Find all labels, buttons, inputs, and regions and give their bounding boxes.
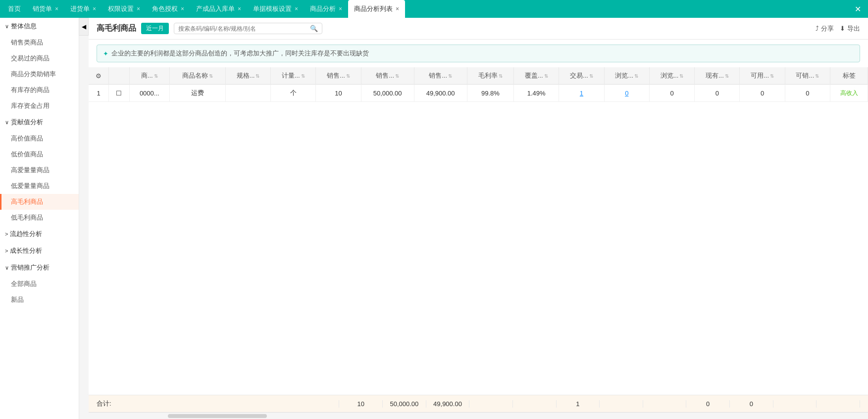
row-coverage: 1.49% bbox=[514, 85, 559, 102]
tab-purchase[interactable]: 进货单× bbox=[64, 0, 102, 18]
share-icon: ⤴ bbox=[816, 25, 819, 32]
tab-doc-template[interactable]: 单据模板设置× bbox=[247, 0, 304, 18]
summary-cell-0 bbox=[121, 400, 340, 408]
col-margin_rate[interactable]: 毛利率⇅ bbox=[467, 67, 513, 85]
sidebar-item-high-margin-goods[interactable]: 高毛利商品 bbox=[0, 194, 79, 210]
sidebar-item-high-freq-goods[interactable]: 高爱量量商品 bbox=[0, 162, 79, 178]
col-saleable[interactable]: 可销...⇅ bbox=[785, 67, 830, 85]
row-transaction: 1 bbox=[559, 85, 604, 102]
sidebar-group-value-analysis[interactable]: ∨贡献值分析 bbox=[0, 114, 79, 131]
tab-product-warehouse[interactable]: 产成品入库单× bbox=[190, 0, 247, 18]
tab-close-product-warehouse[interactable]: × bbox=[238, 6, 241, 12]
col-browse2[interactable]: 浏览...⇅ bbox=[649, 67, 694, 85]
col-sales_qty[interactable]: 销售...⇅ bbox=[316, 67, 361, 85]
row-sales-qty: 10 bbox=[316, 85, 361, 102]
summary-cell-7 bbox=[600, 400, 643, 408]
chevron-icon: ∨ bbox=[5, 23, 9, 30]
sort-icon: ⇅ bbox=[448, 73, 452, 79]
tab-home[interactable]: 首页 bbox=[2, 0, 27, 18]
sort-icon: ⇅ bbox=[679, 73, 683, 79]
row-margin-rate: 99.8% bbox=[467, 85, 513, 102]
sort-icon: ⇅ bbox=[301, 73, 305, 79]
row-current-stock: 0 bbox=[695, 85, 740, 102]
group-label: 成长性分析 bbox=[10, 246, 42, 255]
summary-cells: 1050,000.0049,900.00100 bbox=[121, 400, 860, 408]
search-input[interactable] bbox=[178, 25, 310, 32]
tab-sales[interactable]: 销货单× bbox=[27, 0, 64, 18]
sidebar-item-in-stock-goods[interactable]: 有库存的商品 bbox=[0, 82, 79, 98]
col-browse1[interactable]: 浏览...⇅ bbox=[604, 67, 649, 85]
row-checkbox[interactable]: ☐ bbox=[109, 85, 129, 102]
share-button[interactable]: ⤴ 分享 bbox=[816, 24, 834, 33]
summary-cell-5 bbox=[513, 400, 557, 408]
sidebar-group-overall-info[interactable]: ∨整体信息 bbox=[0, 18, 79, 35]
tab-close-product-analysis[interactable]: × bbox=[339, 6, 342, 12]
sidebar: ∨整体信息销售类商品交易过的商品商品分类助销率有库存的商品库存资金占用∨贡献值分… bbox=[0, 18, 79, 419]
export-icon: ⬇ bbox=[840, 25, 845, 32]
tab-close-role-permission[interactable]: × bbox=[181, 6, 184, 12]
row-transaction-link[interactable]: 1 bbox=[580, 90, 583, 97]
sidebar-item-all-goods[interactable]: 全部商品 bbox=[0, 276, 79, 292]
info-icon: ✦ bbox=[103, 50, 108, 57]
sort-icon: ⇅ bbox=[395, 73, 399, 79]
tab-bar: 首页销货单×进货单×权限设置×角色授权×产成品入库单×单据模板设置×商品分析×商… bbox=[0, 0, 868, 18]
sort-icon: ⇅ bbox=[499, 73, 503, 79]
col-checkbox bbox=[109, 67, 129, 85]
sidebar-item-sales-goods[interactable]: 销售类商品 bbox=[0, 35, 79, 50]
col-unit[interactable]: 计量...⇅ bbox=[271, 67, 316, 85]
sidebar-group-trend-analysis[interactable]: >流趋性分析 bbox=[0, 226, 79, 242]
search-icon[interactable]: 🔍 bbox=[310, 25, 318, 32]
content-area: 高毛利商品 近一月 🔍 ⤴ 分享 ⬇ 导出 ✦ 企业的主要的利润都是这部分商品创… bbox=[89, 18, 868, 419]
sidebar-item-traded-goods[interactable]: 交易过的商品 bbox=[0, 50, 79, 66]
group-label: 营销推广分析 bbox=[11, 263, 50, 272]
scrollbar-thumb[interactable] bbox=[168, 414, 267, 418]
chevron-left-icon: ◀ bbox=[82, 23, 86, 30]
summary-cell-3: 49,900.00 bbox=[426, 400, 470, 408]
window-close-button[interactable]: ✕ bbox=[850, 4, 866, 14]
col-name[interactable]: 商品名称⇅ bbox=[169, 67, 225, 85]
tab-role-permission[interactable]: 角色授权× bbox=[146, 0, 190, 18]
sidebar-item-low-margin-goods[interactable]: 低毛利商品 bbox=[0, 210, 79, 226]
summary-cell-1: 10 bbox=[339, 400, 383, 408]
col-transaction[interactable]: 交易...⇅ bbox=[559, 67, 604, 85]
sort-icon: ⇅ bbox=[725, 73, 729, 79]
col-code[interactable]: 商...⇅ bbox=[129, 67, 169, 85]
summary-cell-6: 1 bbox=[557, 400, 600, 408]
row-browse1-link[interactable]: 0 bbox=[625, 90, 628, 97]
main-layout: ∨整体信息销售类商品交易过的商品商品分类助销率有库存的商品库存资金占用∨贡献值分… bbox=[0, 18, 868, 419]
tab-product-analysis-list[interactable]: 商品分析列表× bbox=[348, 0, 405, 18]
data-table-wrapper: ⚙商...⇅商品名称⇅规格...⇅计量...⇅销售...⇅销售...⇅销售...… bbox=[89, 67, 868, 395]
table-row: 1☐0000...运费个1050,000.0049,900.0099.8%1.4… bbox=[89, 85, 868, 102]
tab-close-purchase[interactable]: × bbox=[93, 6, 96, 12]
col-sales_amount[interactable]: 销售...⇅ bbox=[361, 67, 414, 85]
tab-product-analysis[interactable]: 商品分析× bbox=[304, 0, 348, 18]
filter-period-button[interactable]: 近一月 bbox=[141, 23, 169, 34]
col-available[interactable]: 可用...⇅ bbox=[740, 67, 785, 85]
tab-permission-settings[interactable]: 权限设置× bbox=[102, 0, 146, 18]
sidebar-collapse-button[interactable]: ◀ bbox=[79, 18, 89, 36]
sidebar-item-inventory-capital[interactable]: 库存资金占用 bbox=[0, 98, 79, 114]
sort-icon: ⇅ bbox=[589, 73, 593, 79]
tab-close-doc-template[interactable]: × bbox=[295, 6, 298, 12]
group-label: 流趋性分析 bbox=[10, 230, 42, 238]
tab-close-sales[interactable]: × bbox=[55, 6, 58, 12]
row-browse1: 0 bbox=[604, 85, 649, 102]
tab-close-product-analysis-list[interactable]: × bbox=[396, 6, 399, 12]
sidebar-item-new-goods[interactable]: 新品 bbox=[0, 292, 79, 308]
col-coverage[interactable]: 覆盖...⇅ bbox=[514, 67, 559, 85]
sidebar-group-growth-analysis[interactable]: >成长性分析 bbox=[0, 242, 79, 259]
sidebar-item-low-value-goods[interactable]: 低价值商品 bbox=[0, 146, 79, 162]
sidebar-group-marketing-analysis[interactable]: ∨营销推广分析 bbox=[0, 259, 79, 276]
col-sales_profit[interactable]: 销售...⇅ bbox=[414, 67, 467, 85]
sidebar-item-low-freq-goods[interactable]: 低爱量量商品 bbox=[0, 178, 79, 194]
export-button[interactable]: ⬇ 导出 bbox=[840, 24, 860, 33]
sidebar-item-category-assist[interactable]: 商品分类助销率 bbox=[0, 66, 79, 82]
sort-icon: ⇅ bbox=[154, 73, 158, 79]
horizontal-scrollbar[interactable] bbox=[89, 412, 868, 419]
col-current_stock[interactable]: 现有...⇅ bbox=[695, 67, 740, 85]
search-box: 🔍 bbox=[174, 23, 322, 34]
tab-close-permission-settings[interactable]: × bbox=[137, 6, 140, 12]
row-sales-profit: 49,900.00 bbox=[414, 85, 467, 102]
sidebar-item-high-value-goods[interactable]: 高价值商品 bbox=[0, 131, 79, 146]
col-spec[interactable]: 规格...⇅ bbox=[225, 67, 270, 85]
